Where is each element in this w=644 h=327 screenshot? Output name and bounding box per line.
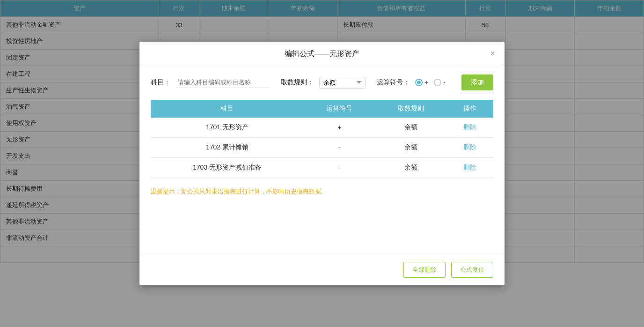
rule-label: 取数规则： (281, 78, 314, 87)
add-button[interactable]: 添加 (461, 74, 493, 90)
rule-select[interactable]: 余额 借方发生额 贷方发生额 (319, 77, 366, 89)
cell-action-2: 删除 (447, 138, 493, 158)
subject-label: 科目： (151, 78, 170, 87)
table-row: 1702 累计摊销 - 余额 删除 (151, 138, 493, 158)
cell-rule-3: 余额 (375, 158, 447, 178)
radio-minus-label: - (443, 79, 446, 86)
table-row: 1701 无形资产 + 余额 删除 (151, 118, 493, 138)
cell-rule-1: 余额 (375, 118, 447, 138)
radio-minus-circle (434, 79, 441, 86)
cell-action-3: 删除 (447, 158, 493, 178)
cell-subject-2: 1702 累计摊销 (151, 138, 304, 158)
formula-table: 科目 运算符号 取数规则 操作 1701 无形资产 + 余额 删除 (151, 100, 493, 178)
modal-header: 编辑公式——无形资产 × (139, 42, 505, 65)
rule-select-group: 余额 借方发生额 贷方发生额 (319, 77, 366, 89)
modal-overlay: 编辑公式——无形资产 × 科目： 取数规则： 余额 借方发生额 贷方发生额 (0, 0, 644, 327)
cell-subject-1: 1701 无形资产 (151, 118, 304, 138)
cell-action-1: 删除 (447, 118, 493, 138)
th-action: 操作 (447, 100, 493, 118)
subject-input[interactable] (176, 77, 270, 88)
th-rule: 取数规则 (375, 100, 447, 118)
form-row: 科目： 取数规则： 余额 借方发生额 贷方发生额 运算符号： + (151, 74, 493, 90)
operator-radio-group: + - (415, 79, 446, 86)
modal-title: 编辑公式——无形资产 (285, 49, 359, 59)
tip-text: 温馨提示：新公式只对未出报表进行计算，不影响历史报表数据。 (151, 187, 493, 196)
footer-buttons: 全部删除 公式复位 (403, 262, 493, 278)
radio-plus-label: + (424, 79, 428, 86)
table-row: 1703 无形资产减值准备 - 余额 删除 (151, 158, 493, 178)
delete-button-3[interactable]: 删除 (463, 164, 476, 171)
delete-all-button[interactable]: 全部删除 (403, 262, 446, 278)
table-header-row: 科目 运算符号 取数规则 操作 (151, 100, 493, 118)
cell-operator-2: - (304, 138, 375, 158)
edit-formula-modal: 编辑公式——无形资产 × 科目： 取数规则： 余额 借方发生额 贷方发生额 (139, 42, 505, 285)
radio-minus[interactable]: - (434, 79, 446, 86)
close-button[interactable]: × (488, 47, 497, 59)
cell-rule-2: 余额 (375, 138, 447, 158)
th-operator: 运算符号 (304, 100, 375, 118)
cell-operator-3: - (304, 158, 375, 178)
radio-plus-circle (415, 79, 423, 86)
radio-plus[interactable]: + (415, 79, 428, 86)
delete-button-2[interactable]: 删除 (463, 143, 476, 151)
operator-label: 运算符号： (377, 78, 410, 87)
th-subject: 科目 (151, 100, 304, 118)
cell-operator-1: + (304, 118, 375, 138)
modal-body: 科目： 取数规则： 余额 借方发生额 贷方发生额 运算符号： + (139, 65, 505, 254)
cell-subject-3: 1703 无形资产减值准备 (151, 158, 304, 178)
delete-button-1[interactable]: 删除 (463, 123, 476, 131)
reset-formula-button[interactable]: 公式复位 (451, 262, 493, 278)
modal-footer: 全部删除 公式复位 (139, 254, 505, 285)
